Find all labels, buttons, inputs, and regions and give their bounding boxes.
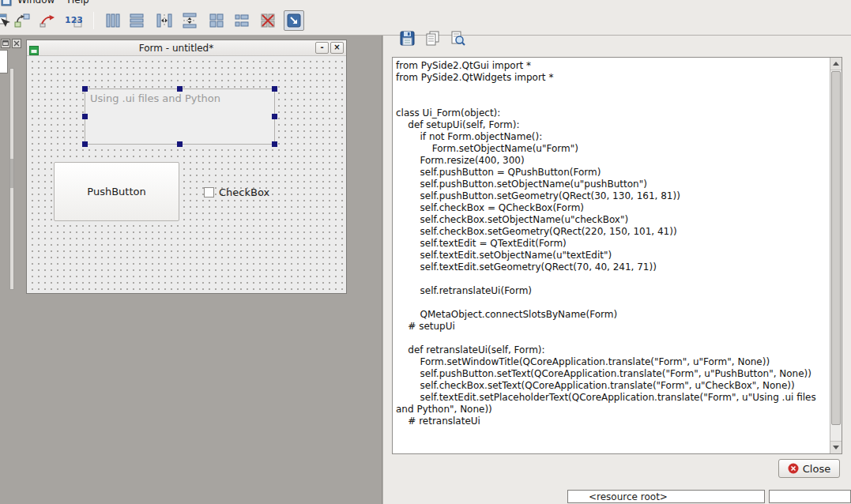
checkbox-indicator[interactable] [204,187,214,197]
code-scrollbar[interactable] [830,58,842,453]
resource-root-label: <resource root> [589,491,668,502]
copy-icon[interactable] [424,29,442,48]
checkbox-widget[interactable]: CheckBox [204,186,269,198]
layout-vertically-icon[interactable] [127,11,146,30]
close-dialog-button[interactable]: Close [778,459,840,478]
form-canvas[interactable]: Using .ui files and Python PushButton Ch… [27,56,346,293]
selection-handle[interactable] [82,86,88,92]
adjust-size-icon [284,11,303,30]
filter-input-edge[interactable] [0,50,8,73]
menu-window[interactable]: Window [12,0,62,6]
form-icon [29,43,39,53]
toolbar-separator [93,12,94,29]
scrollbar-thumb[interactable] [831,71,841,425]
close-button[interactable]: × [330,42,344,54]
selection-handle[interactable] [272,141,277,147]
app-window-icon[interactable] [1,0,12,6]
tab-order-glyph: 123 [65,15,82,25]
scroll-down-icon[interactable] [830,441,842,453]
dock-float-icon[interactable] [1,39,10,48]
save-icon[interactable] [398,29,417,48]
edit-tab-order-icon[interactable]: 123 [63,11,82,30]
selection-handle[interactable] [82,114,88,119]
layout-horizontally-icon[interactable] [104,11,122,30]
textedit-widget[interactable]: Using .ui files and Python [85,88,275,145]
break-layout-icon[interactable] [258,11,277,30]
close-button-label: Close [803,463,830,475]
layout-grid-icon[interactable] [207,11,226,30]
adjust-size-button[interactable] [284,10,304,31]
selection-handle[interactable] [272,86,277,92]
layout-vertically-splitter-icon[interactable] [180,11,199,30]
panel-separator [382,36,383,504]
selection-handle[interactable] [177,141,183,147]
find-icon[interactable] [449,29,468,48]
generated-python-code: from PySide2.QtGui import * from PySide2… [393,58,830,453]
layout-form-icon[interactable] [232,11,251,30]
pushbutton-widget[interactable]: PushButton [54,162,179,221]
checkbox-label: CheckBox [219,186,269,198]
layout-horizontally-splitter-icon[interactable] [155,11,174,30]
dock-close-icon[interactable] [12,39,21,48]
scroll-up-icon[interactable] [830,58,842,70]
menubar: Window Help [0,0,851,7]
minimize-button[interactable]: - [315,42,329,54]
menu-help[interactable]: Help [62,0,96,6]
resource-panel-column [769,490,851,503]
textedit-placeholder: Using .ui files and Python [85,89,274,107]
selection-handle[interactable] [177,86,183,92]
code-viewer[interactable]: from PySide2.QtGui import * from PySide2… [392,57,842,454]
edit-signals-slots-icon[interactable] [13,11,32,30]
form-titlebar[interactable]: Form - untitled* - × [27,40,346,56]
edit-widgets-icon[interactable] [0,11,12,30]
left-scrollbar-thumb[interactable] [10,159,13,188]
left-panel-scrollbar[interactable] [9,68,14,290]
qt-designer-window: Window Help 123 [0,0,851,504]
form-window-title: Form - untitled* [39,43,314,54]
close-circle-icon [788,463,799,474]
edit-buddies-icon[interactable] [38,11,57,30]
form-editor-window: Form - untitled* - × Using .ui files and… [26,39,347,294]
selection-handle[interactable] [82,141,88,147]
resource-root-item[interactable]: <resource root> [567,490,765,503]
selection-handle[interactable] [272,114,277,119]
